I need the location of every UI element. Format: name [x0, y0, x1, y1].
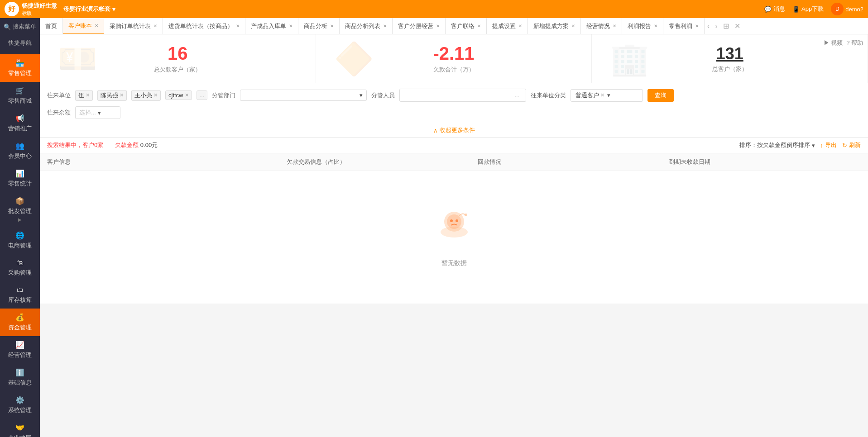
tab-close-purchase-stats[interactable]: ✕ [236, 24, 240, 28]
person-more-btn[interactable]: ... [512, 91, 523, 100]
video-btn[interactable]: ▶ 视频 [824, 39, 843, 47]
tab-close-all-btn[interactable]: ✕ [732, 22, 743, 30]
tab-next-btn[interactable]: › [712, 22, 720, 30]
logo-area: 好 畅捷通好生意 标版 母婴行业演示帐套 ▾ [5, 2, 764, 17]
sidebar-item-sys-mgmt[interactable]: ⚙️ 系统管理 [0, 391, 40, 419]
svg-point-5 [465, 214, 467, 216]
tab-close-purchase-order[interactable]: ✕ [153, 24, 157, 28]
tab-customer-contact[interactable]: 客户联络 ✕ [446, 18, 487, 34]
debt-total-label: 欠款合计（万） [433, 66, 475, 74]
sidebar-item-marketing[interactable]: 📢 营销推广 [0, 109, 40, 137]
tab-close-customer-segment[interactable]: ✕ [436, 24, 440, 28]
sidebar-item-operations[interactable]: 📈 经营管理 [0, 336, 40, 364]
message-icon: 💬 [764, 6, 772, 13]
export-btn[interactable]: ↑ 导出 [820, 141, 837, 149]
sort-select[interactable]: 排序：按欠款金额倒序排序 ▾ [739, 141, 815, 149]
remove-tag-chen[interactable]: ✕ [120, 92, 124, 98]
refresh-btn[interactable]: ↻ 刷新 [842, 141, 861, 149]
help-btn[interactable]: ? 帮助 [846, 39, 863, 47]
message-btn[interactable]: 💬 消息 [764, 5, 785, 13]
sidebar-item-retail-stats[interactable]: 📊 零售统计 [0, 165, 40, 192]
inventory-icon: 🗂 [16, 286, 24, 294]
store-icon: 🏪 [15, 59, 24, 67]
sidebar-item-basic-info[interactable]: ℹ️ 基础信息 [0, 364, 40, 391]
remove-tag-wang[interactable]: ✕ [153, 92, 158, 98]
purchase-icon: 🛍 [16, 259, 24, 267]
empty-state: 暂无数据 [40, 171, 868, 304]
remove-tag-cjttcw[interactable]: ✕ [185, 92, 189, 98]
tab-product-analysis[interactable]: 商品分析 ✕ [298, 18, 340, 34]
main-layout: 🔍 搜索菜单 快捷导航 🏪 零售管理 🛒 零售商城 📢 营销推广 👥 会员中 [0, 18, 868, 437]
logo-sub: 标版 [22, 10, 57, 17]
tab-close-cost-entry[interactable]: ✕ [289, 24, 293, 28]
tab-close-operations-status[interactable]: ✕ [613, 24, 616, 28]
filter-more-tags[interactable]: ... [197, 90, 208, 100]
tab-close-customer-contact[interactable]: ✕ [477, 24, 481, 28]
sidebar-item-ecommerce[interactable]: 🌐 电商管理 [0, 227, 40, 254]
dept-select[interactable]: ▾ [240, 90, 367, 101]
tab-customer-segment[interactable]: 客户分层经营 ✕ [393, 18, 446, 34]
download-icon: 📱 [792, 6, 800, 13]
sidebar-item-inventory[interactable]: 🗂 库存核算 [0, 281, 40, 309]
app-download-btn[interactable]: 📱 App下载 [792, 5, 824, 13]
user-menu[interactable]: D demo2 [831, 3, 863, 15]
tab-product-analysis-list[interactable]: 商品分析列表 ✕ [340, 18, 393, 34]
tab-customer-account[interactable]: 客户账本 ✕ [63, 18, 104, 34]
tab-purchase-order[interactable]: 采购订单统计表 ✕ [104, 18, 163, 34]
batch-icon: 📦 [15, 197, 24, 205]
tab-close-product-analysis-list[interactable]: ✕ [383, 24, 387, 28]
tab-expand-btn[interactable]: ⊞ [720, 22, 732, 30]
info-icon: ℹ️ [15, 368, 24, 377]
tab-cost-entry[interactable]: 产成品入库单 ✕ [245, 18, 298, 34]
collapse-filter-btn[interactable]: ∧ 收起更多条件 [47, 124, 861, 137]
filter-row-1: 往来单位 伍 ✕ 陈民强 ✕ 王小亮 ✕ [47, 89, 861, 102]
remove-tag-wu[interactable]: ✕ [86, 92, 90, 98]
sidebar-item-batch-mgmt[interactable]: 📦 批发管理 ▶ [0, 192, 40, 227]
main-content: 💴 16 总欠款客户（家） 🔶 -2.11 欠款合计（万） 🏢 131 总客户（… [40, 34, 868, 437]
table-header: 客户信息 欠款交易信息（占比） 回款情况 到期未收款日期 [40, 153, 868, 171]
tab-close-customer-account[interactable]: ✕ [95, 23, 98, 28]
tab-raise-settings[interactable]: 提成设置 ✕ [487, 18, 528, 34]
tab-purchase-stats[interactable]: 进货单统计表（按商品） ✕ [163, 18, 245, 34]
tab-operations-status[interactable]: 经营情况 ✕ [581, 18, 622, 34]
search-menu-btn[interactable]: 🔍 搜索菜单 [0, 18, 40, 35]
remove-unit-type-tag[interactable]: ✕ [600, 92, 604, 98]
search-result: 搜索结果中，客户0家 欠款金额 0.00元 [47, 141, 158, 149]
remainder-select[interactable]: 选择... ▾ [75, 106, 120, 119]
person-label: 分管人员 [371, 91, 395, 100]
sidebar-item-retail-mgmt[interactable]: 🏪 零售管理 [0, 54, 40, 82]
app-container: 好 畅捷通好生意 标版 母婴行业演示帐套 ▾ 💬 消息 📱 App下载 D de… [0, 0, 868, 437]
table-section: 搜索结果中，客户0家 欠款金额 0.00元 排序：按欠款金额倒序排序 ▾ ↑ 导… [40, 138, 868, 304]
tab-retail-profit[interactable]: 零售利润 ✕ [663, 18, 705, 34]
sidebar-item-retail-mall[interactable]: 🛒 零售商城 [0, 82, 40, 109]
remainder-label: 往来余额 [47, 109, 71, 117]
total-customers-num: 131 [716, 44, 743, 63]
summary-cards: 💴 16 总欠款客户（家） 🔶 -2.11 欠款合计（万） 🏢 131 总客户（… [40, 34, 868, 83]
chevron-down-icon: ▾ [360, 92, 363, 99]
tab-prev-btn[interactable]: ‹ [705, 22, 712, 30]
sidebar-item-enterprise-coop[interactable]: 🤝 企业协同 [0, 419, 40, 437]
query-button[interactable]: 查询 [647, 89, 674, 102]
filter-tag-chen: 陈民强 ✕ [97, 90, 127, 101]
ecommerce-icon: 🌐 [15, 231, 24, 240]
table-actions: 排序：按欠款金额倒序排序 ▾ ↑ 导出 ↻ 刷新 [739, 141, 861, 149]
tab-profit-report[interactable]: 利润报告 ✕ [622, 18, 663, 34]
tab-bar: 首页 客户账本 ✕ 采购订单统计表 ✕ 进货单统计表（按商品） ✕ 产成品入库单… [40, 18, 868, 34]
tab-new-raise-plan[interactable]: 新增提成方案 ✕ [528, 18, 581, 34]
sidebar-item-finance[interactable]: 💰 资金管理 [0, 309, 40, 336]
tab-close-retail-profit[interactable]: ✕ [695, 24, 699, 28]
unit-type-select[interactable]: 普通客户 ✕ ▾ [571, 89, 643, 102]
tab-close-raise-settings[interactable]: ✕ [518, 24, 522, 28]
svg-point-2 [447, 214, 461, 229]
empty-icon [436, 207, 472, 252]
sidebar-item-purchase[interactable]: 🛍 采购管理 [0, 254, 40, 281]
person-select[interactable]: ... [399, 89, 526, 102]
tab-home[interactable]: 首页 [40, 18, 63, 34]
account-dropdown[interactable]: 母婴行业演示帐套 ▾ [60, 3, 119, 15]
col-date: 到期未收款日期 [669, 158, 861, 166]
tab-close-profit-report[interactable]: ✕ [654, 24, 657, 28]
tab-close-new-raise-plan[interactable]: ✕ [571, 24, 575, 28]
quick-nav-btn[interactable]: 快捷导航 [0, 35, 40, 51]
tab-close-product-analysis[interactable]: ✕ [330, 24, 334, 28]
sidebar-item-member[interactable]: 👥 会员中心 [0, 137, 40, 165]
